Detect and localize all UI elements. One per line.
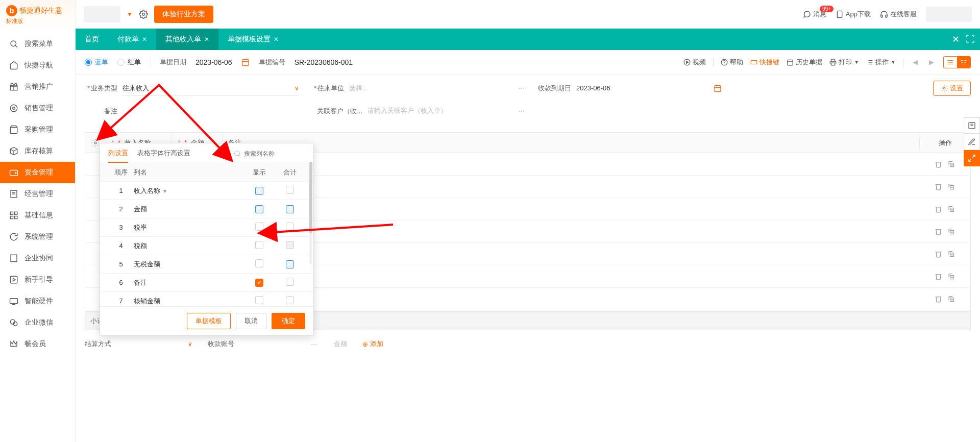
sidebar-item-14[interactable]: 畅会员 (0, 333, 75, 355)
cancel-button[interactable]: 取消 (236, 313, 266, 329)
shortcut-button[interactable]: 快捷键 (750, 58, 779, 67)
delete-icon[interactable] (935, 205, 942, 213)
popover-row[interactable]: 4税额 (100, 237, 313, 255)
close-tab-icon[interactable]: ✕ (952, 34, 960, 45)
checkbox-icon[interactable] (255, 296, 263, 304)
sidebar-item-11[interactable]: 新手引导 (0, 269, 75, 290)
field-party[interactable]: *往来单位 选择...⋯ (311, 82, 526, 95)
view-card-icon[interactable] (957, 57, 970, 68)
checkbox-icon[interactable] (255, 223, 263, 231)
col-remark[interactable]: 备注 (223, 133, 919, 153)
delete-icon[interactable] (935, 228, 942, 235)
radio-red[interactable]: 红单 (117, 58, 141, 67)
sidebar-item-12[interactable]: 智能硬件 (0, 290, 75, 312)
popover-row[interactable]: 5无税金额✓ (100, 255, 313, 274)
field-biz-type[interactable]: *业务类型 往来收入∨ (85, 82, 299, 95)
view-list-icon[interactable] (944, 57, 957, 68)
popover-search[interactable] (234, 149, 305, 163)
sidebar-item-4[interactable]: 采购管理 (0, 119, 75, 140)
float-edit-icon[interactable] (964, 134, 980, 150)
print-button[interactable]: 打印▼ (829, 58, 859, 67)
online-service-button[interactable]: 在线客服 (880, 10, 917, 19)
delete-icon[interactable] (935, 250, 942, 258)
sidebar-item-3[interactable]: 销售管理 (0, 97, 75, 119)
checkbox-icon[interactable]: ✓ (255, 279, 263, 287)
checkbox-icon[interactable] (286, 223, 294, 231)
delete-icon[interactable] (935, 183, 942, 190)
org-selector[interactable] (84, 6, 120, 22)
field-remark[interactable]: 备注 (85, 107, 299, 116)
float-note-icon[interactable] (964, 117, 980, 134)
messages-button[interactable]: 消息 99+ (803, 10, 826, 19)
sidebar-item-8[interactable]: 基础信息 (0, 205, 75, 226)
copy-icon[interactable] (947, 250, 955, 258)
popover-row[interactable]: 2金额✓✓ (100, 200, 313, 218)
popover-row[interactable]: 1收入名称▼✓ (100, 182, 313, 200)
field-due-date[interactable]: 收款到期日 2023-06-06 (538, 82, 722, 95)
checkbox-icon[interactable] (255, 259, 263, 267)
copy-icon[interactable] (947, 295, 955, 303)
sidebar-item-9[interactable]: 系统管理 (0, 226, 75, 248)
app-download-button[interactable]: App下载 (836, 10, 871, 19)
sidebar-item-0[interactable]: 搜索菜单 (0, 33, 75, 55)
calendar-icon[interactable] (241, 58, 250, 66)
next-icon[interactable]: ▶ (927, 58, 936, 67)
sidebar-item-5[interactable]: 库存核算 (0, 140, 75, 162)
field-account[interactable]: 收款账号⋯ (208, 339, 318, 349)
confirm-button[interactable]: 确定 (272, 313, 305, 329)
date-value[interactable]: 2023-06-06 (195, 58, 232, 66)
copy-icon[interactable] (947, 228, 955, 235)
close-icon[interactable]: ✕ (274, 36, 279, 43)
delete-icon[interactable] (935, 160, 942, 168)
tab-首页[interactable]: 首页 (76, 29, 108, 50)
sidebar-item-13[interactable]: 企业微信 (0, 312, 75, 333)
help-button[interactable]: 帮助 (721, 58, 743, 67)
popover-row[interactable]: 6备注✓ (100, 274, 313, 292)
checkbox-icon[interactable] (286, 296, 294, 304)
checkbox-icon[interactable] (286, 186, 294, 194)
calendar-icon[interactable] (714, 84, 722, 92)
sidebar-item-10[interactable]: 企业协同 (0, 248, 75, 269)
popover-row[interactable]: 7核销金额 (100, 292, 313, 306)
avatar[interactable] (926, 7, 972, 22)
template-button[interactable]: 单据模板 (187, 313, 231, 329)
field-settlement[interactable]: 结算方式∨ (85, 339, 192, 349)
add-button[interactable]: ⊕添加 (362, 339, 383, 349)
copy-icon[interactable] (947, 183, 955, 190)
copy-icon[interactable] (947, 160, 955, 168)
history-button[interactable]: 历史单据 (787, 58, 822, 67)
settings-button[interactable]: 设置 (933, 81, 971, 96)
field-customer[interactable]: 关联客户（收... 请输入关联客户（收入单）⋯ (311, 104, 526, 118)
tab-付款单[interactable]: 付款单✕ (108, 29, 156, 50)
sidebar-item-7[interactable]: 经营管理 (0, 183, 75, 205)
checkbox-icon[interactable] (286, 278, 294, 286)
field-amount[interactable]: 金额 (334, 339, 347, 349)
more-icon[interactable]: ⋯ (311, 340, 318, 348)
prev-icon[interactable]: ◀ (911, 58, 920, 67)
float-expand-icon[interactable] (964, 150, 980, 166)
checkbox-icon[interactable] (255, 241, 263, 249)
copy-icon[interactable] (947, 205, 955, 213)
delete-icon[interactable] (935, 273, 942, 280)
popover-row[interactable]: 3税率 (100, 218, 313, 237)
chevron-down-icon[interactable]: ▼ (127, 11, 133, 18)
radio-blue[interactable]: 蓝单 (85, 58, 108, 67)
tab-单据模板设置[interactable]: 单据模板设置✕ (218, 29, 288, 50)
popover-tab-columns[interactable]: 列设置 (108, 149, 128, 163)
maximize-icon[interactable]: ⛶ (966, 34, 975, 45)
sidebar-item-2[interactable]: 营销推广 (0, 76, 75, 97)
operate-button[interactable]: 操作▼ (866, 58, 896, 67)
popover-search-input[interactable] (244, 150, 305, 157)
more-icon[interactable]: ⋯ (518, 107, 526, 115)
close-icon[interactable]: ✕ (142, 36, 147, 43)
gear-icon[interactable] (139, 10, 148, 19)
chevron-down-icon[interactable]: ∨ (295, 85, 299, 92)
video-button[interactable]: 视频 (683, 58, 706, 67)
delete-icon[interactable] (935, 295, 942, 303)
popover-tab-font[interactable]: 表格字体行高设置 (137, 149, 190, 163)
chevron-down-icon[interactable]: ▼ (162, 188, 167, 194)
popover-scrollbar[interactable] (309, 163, 312, 264)
sidebar-item-1[interactable]: 快捷导航 (0, 55, 75, 76)
close-icon[interactable]: ✕ (204, 36, 209, 43)
try-plan-button[interactable]: 体验行业方案 (154, 6, 213, 23)
